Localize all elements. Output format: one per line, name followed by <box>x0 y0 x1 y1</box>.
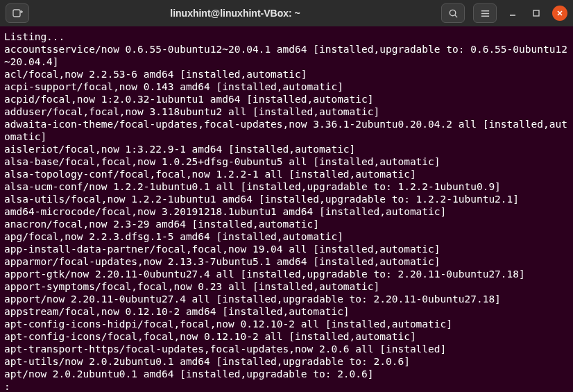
terminal-line: anacron/focal,now 2.3-29 amd64 [installe… <box>4 218 569 230</box>
svg-rect-9 <box>533 10 539 16</box>
terminal-line: Listing... <box>4 31 569 43</box>
terminal-line: apt-config-icons-hidpi/focal,focal,now 0… <box>4 318 569 330</box>
terminal-line: aisleriot/focal,now 1:3.22.9-1 amd64 [in… <box>4 143 569 155</box>
maximize-icon <box>532 9 540 17</box>
terminal-line: appstream/focal,now 0.12.10-2 amd64 [ins… <box>4 305 569 318</box>
terminal-line: alsa-ucm-conf/now 1.2.2-1ubuntu0.1 all [… <box>4 180 569 193</box>
terminal-output[interactable]: Listing...accountsservice/now 0.6.55-0ub… <box>0 26 573 392</box>
terminal-line: acpid/focal,now 1:2.0.32-1ubuntu1 amd64 … <box>4 93 569 105</box>
terminal-line: apt-transport-https/focal-updates,focal-… <box>4 343 569 355</box>
terminal-line: acl/focal,now 2.2.53-6 amd64 [installed,… <box>4 68 569 80</box>
terminal-line: apt-config-icons/focal,focal,now 0.12.10… <box>4 330 569 343</box>
menu-button[interactable] <box>473 3 497 23</box>
close-icon <box>556 10 563 17</box>
terminal-line: adwaita-icon-theme/focal-updates,focal-u… <box>4 118 569 143</box>
terminal-line: apport-gtk/now 2.20.11-0ubuntu27.4 all [… <box>4 268 569 280</box>
search-icon <box>448 8 459 19</box>
terminal-line: apt/now 2.0.2ubuntu0.1 amd64 [installed,… <box>4 368 569 380</box>
terminal-line: apt-utils/now 2.0.2ubuntu0.1 amd64 [inst… <box>4 355 569 368</box>
titlebar-right <box>441 3 567 23</box>
terminal-line: alsa-utils/focal,now 1.2.2-1ubuntu1 amd6… <box>4 193 569 205</box>
search-button[interactable] <box>441 3 465 23</box>
minimize-button[interactable] <box>505 6 520 21</box>
terminal-line: acpi-support/focal,now 0.143 amd64 [inst… <box>4 80 569 93</box>
titlebar: linuxhint@linuxhint-VBox: ~ <box>0 0 573 26</box>
svg-rect-0 <box>13 10 20 17</box>
titlebar-left <box>6 3 29 23</box>
terminal-line: amd64-microcode/focal,now 3.20191218.1ub… <box>4 205 569 218</box>
hamburger-icon <box>480 8 490 19</box>
terminal-line: apport/now 2.20.11-0ubuntu27.4 all [inst… <box>4 293 569 305</box>
svg-line-4 <box>454 15 456 17</box>
window-title: linuxhint@linuxhint-VBox: ~ <box>33 8 437 19</box>
terminal-line: adduser/focal,focal,now 3.118ubuntu2 all… <box>4 105 569 118</box>
new-tab-icon <box>12 8 23 19</box>
close-button[interactable] <box>552 6 567 21</box>
terminal-line: app-install-data-partner/focal,focal,now… <box>4 243 569 255</box>
new-tab-button[interactable] <box>6 3 29 23</box>
svg-point-3 <box>450 10 455 15</box>
terminal-line: alsa-base/focal,focal,now 1.0.25+dfsg-0u… <box>4 155 569 168</box>
terminal-line: apport-symptoms/focal,focal,now 0.23 all… <box>4 280 569 293</box>
maximize-button[interactable] <box>529 6 544 21</box>
terminal-line: accountsservice/now 0.6.55-0ubuntu12~20.… <box>4 43 569 68</box>
terminal-line: apg/focal,now 2.2.3.dfsg.1-5 amd64 [inst… <box>4 230 569 243</box>
terminal-line: : <box>4 380 569 392</box>
terminal-line: apparmor/focal-updates,now 2.13.3-7ubunt… <box>4 255 569 268</box>
minimize-icon <box>508 9 517 17</box>
terminal-line: alsa-topology-conf/focal,focal,now 1.2.2… <box>4 168 569 180</box>
